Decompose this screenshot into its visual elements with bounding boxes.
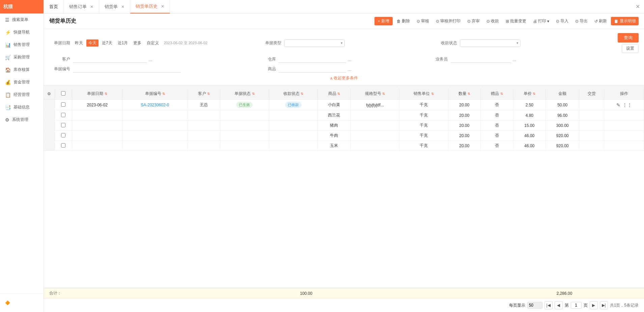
sidebar-item-label: 搜索菜单 (12, 17, 28, 23)
tab-sales-order[interactable]: 销售订单 ✕ (64, 0, 99, 14)
doctype-select[interactable] (284, 40, 345, 47)
sidebar-item-operation[interactable]: 📋 经营管理 (0, 88, 44, 101)
row-select-checkbox[interactable] (61, 123, 65, 127)
sidebar-item-label: 经营管理 (13, 92, 30, 98)
col-docno[interactable]: 单据编号 ⇅ (122, 88, 188, 100)
row-docno[interactable] (122, 131, 188, 141)
tab-sales-delivery[interactable]: 销货单 ✕ (99, 0, 130, 14)
col-customer[interactable]: 客户 ⇅ (188, 88, 220, 100)
date-tab-custom[interactable]: 自定义 (145, 40, 161, 47)
table-row: 牛肉 千克 20.00 否 46.00 920.00 (44, 131, 644, 141)
row-action (604, 141, 644, 151)
last-page-button[interactable]: ▶| (600, 301, 608, 309)
settings-button[interactable]: 设置 (622, 44, 639, 53)
batch-change-button[interactable]: ⊞ 批量变更 (503, 17, 529, 25)
warehouse-dots[interactable]: ... (346, 57, 353, 62)
tab-home[interactable]: 首页 (44, 0, 64, 14)
refresh-button[interactable]: ↺ 刷新 (592, 17, 610, 25)
tab-sales-history[interactable]: 销货单历史 ✕ (130, 0, 170, 14)
audit-print-button[interactable]: ⊙ 审核并打印 (433, 17, 463, 25)
abandon-button[interactable]: ⊙ 弃审 (465, 17, 482, 25)
row-docno[interactable] (122, 121, 188, 131)
select-all-checkbox[interactable] (61, 91, 65, 96)
page-size-select[interactable]: 50 100 200 (527, 302, 542, 309)
row-checkbox[interactable] (55, 110, 72, 121)
row-goods: 玉米 (317, 141, 351, 151)
edit-action-icon[interactable]: ✎ (616, 102, 620, 108)
next-page-button[interactable]: ▶ (590, 301, 598, 309)
sales-icon: 📊 (5, 42, 11, 48)
sort-docstatus-icon: ⇅ (252, 92, 255, 96)
close-sales-order-tab[interactable]: ✕ (90, 4, 93, 9)
sidebar-bottom-btn1[interactable]: 🔶 (0, 297, 44, 309)
agent-dots[interactable]: ... (511, 57, 518, 62)
row-select-checkbox[interactable] (61, 143, 65, 148)
close-sales-delivery-tab[interactable]: ✕ (121, 4, 124, 9)
sidebar-item-search-menu[interactable]: ☰ 搜索菜单 (0, 14, 44, 26)
prev-page-button[interactable]: ◀ (555, 301, 563, 309)
delete-button[interactable]: 🗑 删除 (394, 17, 413, 25)
sidebar-item-purchase[interactable]: 🛒 采购管理 (0, 51, 44, 63)
row-select-checkbox[interactable] (61, 133, 65, 137)
row-qty: 20.00 (448, 131, 481, 141)
sidebar-item-sales[interactable]: 📊 销售管理 (0, 38, 44, 51)
sidebar-item-finance[interactable]: 💰 资金管理 (0, 76, 44, 88)
collapse-filter-button[interactable]: ∧ 收起更多条件 (330, 75, 358, 81)
col-price[interactable]: 单价 ⇅ (513, 88, 546, 100)
row-checkbox[interactable] (55, 121, 72, 131)
sidebar-item-basic-info[interactable]: 📑 基础信息 (0, 101, 44, 113)
page-number-input[interactable] (571, 302, 582, 309)
import-button[interactable]: ⊙ 导入 (553, 17, 571, 25)
row-checkbox[interactable] (55, 100, 72, 110)
export-button[interactable]: ⊙ 导出 (572, 17, 590, 25)
col-checkbox[interactable] (55, 88, 72, 100)
col-date[interactable]: 单据日期 ⇅ (72, 88, 122, 100)
row-select-checkbox[interactable] (61, 102, 65, 107)
first-page-button[interactable]: |◀ (544, 301, 553, 309)
col-spec[interactable]: 规格型号 ⇅ (351, 88, 399, 100)
agent-input[interactable] (450, 56, 511, 63)
docno-input[interactable] (73, 66, 181, 73)
filter-customer-section: 客户 ... (49, 56, 255, 63)
sidebar-item-system[interactable]: ⚙ 系统管理 (0, 113, 44, 126)
date-tab-yesterday[interactable]: 昨天 (73, 40, 85, 47)
row-gift: 否 (481, 131, 513, 141)
warehouse-input[interactable] (279, 56, 346, 63)
row-select-checkbox[interactable] (61, 113, 65, 117)
goods-dots[interactable]: ... (346, 67, 353, 72)
date-tab-today[interactable]: 今天 (86, 40, 99, 47)
audit-button[interactable]: ⊙ 审核 (414, 17, 432, 25)
sidebar-item-quick-nav[interactable]: ⚡ 快捷导航 (0, 26, 44, 38)
display-detail-button[interactable]: 📋 显示明细 (611, 17, 639, 25)
receive-button[interactable]: ⊙ 收款 (484, 17, 502, 25)
print-button[interactable]: 🖨 打印 ▾ (530, 17, 552, 25)
row-checkbox[interactable] (55, 131, 72, 141)
row-checkbox[interactable] (55, 141, 72, 151)
add-button[interactable]: + 新增 (374, 17, 393, 25)
more-action-icon[interactable]: ⋮⋮ (622, 102, 632, 108)
query-button[interactable]: 查询 (618, 33, 639, 43)
col-unit[interactable]: 销售单位 ⇅ (399, 88, 448, 100)
goods-input[interactable] (279, 66, 346, 73)
sidebar-item-inventory[interactable]: 🏠 库存核算 (0, 63, 44, 76)
row-docno[interactable] (122, 110, 188, 121)
table-scroll[interactable]: ⚙ 单据日期 ⇅ 单据编号 ⇅ 客户 ⇅ 单据状态 ⇅ 收款状态 ⇅ 商品 ⇅ … (44, 88, 644, 288)
col-qty[interactable]: 数量 ⇅ (448, 88, 481, 100)
row-docno[interactable] (122, 141, 188, 151)
close-all-tabs[interactable]: ✕ (632, 3, 644, 10)
receive-status-select[interactable] (460, 40, 521, 47)
row-docno[interactable]: SA-20230602-0 (122, 100, 188, 110)
col-doc-status[interactable]: 单据状态 ⇅ (220, 88, 269, 100)
close-sales-history-tab[interactable]: ✕ (161, 4, 164, 9)
collapse-up-icon: ∧ (330, 76, 333, 81)
col-gift[interactable]: 赠品 ⇅ (481, 88, 513, 100)
col-receive-status[interactable]: 收款状态 ⇅ (269, 88, 317, 100)
customer-dots[interactable]: ... (147, 57, 154, 62)
date-tab-more[interactable]: 更多 (131, 40, 143, 47)
customer-input[interactable] (73, 56, 147, 63)
sort-receivestatus-icon: ⇅ (301, 92, 303, 96)
date-tab-7days[interactable]: 近7天 (100, 40, 114, 47)
date-tab-1month[interactable]: 近1月 (116, 40, 130, 47)
col-gear[interactable]: ⚙ (44, 88, 55, 100)
col-goods[interactable]: 商品 ⇅ (317, 88, 351, 100)
